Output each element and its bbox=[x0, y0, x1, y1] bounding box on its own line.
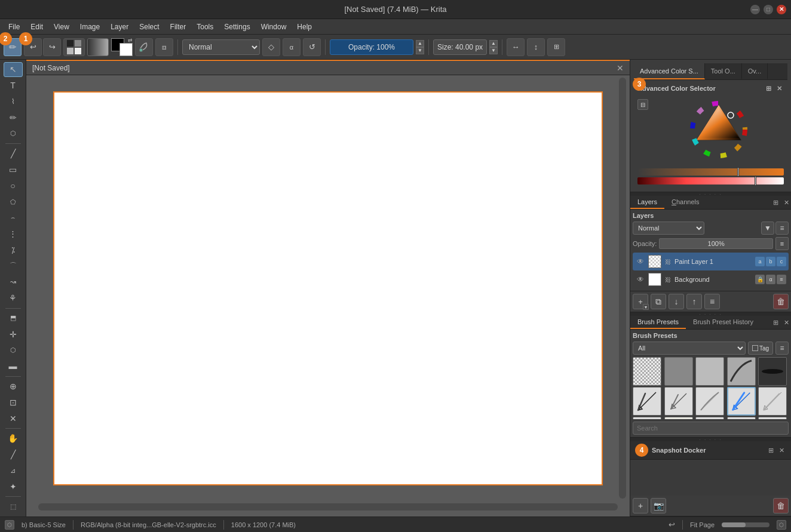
brush-filter-select[interactable]: All Favorites Ink bbox=[633, 342, 746, 355]
menu-image[interactable]: Image bbox=[75, 21, 105, 32]
menu-select[interactable]: Select bbox=[134, 21, 164, 32]
menu-layer[interactable]: Layer bbox=[106, 21, 133, 32]
channel-selector-btn[interactable]: ⊟ bbox=[637, 99, 648, 110]
tab-brush-preset-history[interactable]: Brush Preset History bbox=[686, 316, 761, 329]
tab-channels[interactable]: Channels bbox=[664, 196, 707, 209]
background-color[interactable] bbox=[119, 43, 133, 56]
brush-item[interactable] bbox=[727, 387, 756, 416]
toolbar-preserve-alpha[interactable]: α bbox=[283, 38, 301, 56]
brush-item[interactable] bbox=[758, 387, 787, 416]
layer-add-btn[interactable]: + ▼ bbox=[633, 294, 648, 309]
menu-settings[interactable]: Settings bbox=[219, 21, 255, 32]
opacity-options[interactable]: ≡ bbox=[775, 237, 789, 250]
snapshot-panel-close[interactable]: ✕ bbox=[777, 445, 786, 455]
snapshot-camera-btn[interactable]: 📷 bbox=[651, 498, 666, 513]
tool-polygon[interactable]: ⬠ bbox=[4, 195, 23, 210]
brush-item[interactable] bbox=[695, 357, 724, 386]
undo-icon[interactable]: ↩ bbox=[669, 520, 675, 529]
brush-panel-close[interactable]: ✕ bbox=[781, 318, 791, 327]
opacity-spinner[interactable]: ▲ ▼ bbox=[416, 40, 424, 54]
snapshot-add-btn[interactable]: + bbox=[633, 498, 648, 513]
opacity-up[interactable]: ▲ bbox=[416, 40, 424, 47]
brush-item[interactable] bbox=[633, 417, 661, 419]
snapshot-delete-btn[interactable]: 🗑 bbox=[773, 498, 789, 513]
layers-panel-close[interactable]: ✕ bbox=[781, 198, 791, 207]
tool-freehand-brush[interactable]: ✏ bbox=[4, 110, 23, 125]
tool-multibrush[interactable]: ⚘ bbox=[4, 291, 23, 306]
layer-chain-2[interactable]: ⛓ bbox=[664, 275, 672, 284]
menu-tools[interactable]: Tools bbox=[192, 21, 218, 32]
toolbar-redo[interactable]: ↪ bbox=[43, 38, 61, 56]
tool-rect[interactable]: ▭ bbox=[4, 162, 23, 177]
layers-blend-select[interactable]: Normal bbox=[633, 222, 704, 235]
tool-select[interactable]: ↖ bbox=[4, 62, 23, 77]
tool-frame[interactable]: ▬ bbox=[4, 359, 23, 374]
toolbar-wrap-around[interactable]: ⧈ bbox=[155, 38, 173, 56]
statusbar-fit[interactable]: Fit Page bbox=[690, 521, 715, 528]
brush-list-view-btn[interactable]: ≡ bbox=[775, 342, 789, 355]
swap-colors-icon[interactable]: ⇄ bbox=[128, 37, 133, 43]
brush-item[interactable] bbox=[664, 387, 693, 416]
brush-item[interactable] bbox=[695, 417, 724, 419]
layer-chain-1[interactable]: ⛓ bbox=[664, 257, 672, 266]
tool-fill[interactable]: ⊡ bbox=[4, 395, 23, 410]
color-panel-expand[interactable]: ⊞ bbox=[764, 84, 773, 93]
close-button[interactable]: ✕ bbox=[777, 5, 786, 14]
color-wheel[interactable] bbox=[653, 97, 784, 162]
tool-ellipse[interactable]: ○ bbox=[4, 179, 23, 193]
layer-action-2c[interactable]: ≡ bbox=[777, 275, 786, 284]
gradient-bar-sat[interactable] bbox=[637, 177, 784, 184]
size-up[interactable]: ▲ bbox=[489, 40, 498, 47]
brush-panel-expand[interactable]: ⊞ bbox=[771, 318, 780, 327]
tool-smart-patch[interactable]: ⬡ bbox=[4, 126, 23, 141]
menu-window[interactable]: Window bbox=[256, 21, 292, 32]
menu-filter[interactable]: Filter bbox=[165, 21, 191, 32]
tab-tool-options[interactable]: Tool O... bbox=[705, 63, 742, 79]
layer-copy-btn[interactable]: ⧉ bbox=[651, 294, 666, 309]
tool-colorpicker[interactable]: ⊕ bbox=[4, 379, 23, 394]
gradient-bar-sat-handle[interactable] bbox=[755, 176, 756, 186]
layers-panel-expand[interactable]: ⊞ bbox=[771, 198, 780, 207]
menu-file[interactable]: File bbox=[4, 21, 24, 32]
opacity-slider[interactable]: Opacity: 100% bbox=[330, 39, 413, 55]
color-panel-close[interactable]: ✕ bbox=[774, 84, 784, 93]
canvas-indicator[interactable]: ⬡ bbox=[777, 520, 786, 530]
tab-advanced-color[interactable]: Advanced Color S... bbox=[634, 63, 705, 79]
tool-line[interactable]: ╱ bbox=[4, 146, 23, 161]
toolbar-gradient[interactable] bbox=[87, 38, 109, 56]
tool-transform[interactable]: ✛ bbox=[4, 327, 23, 342]
size-spinner[interactable]: ▲ ▼ bbox=[489, 40, 498, 54]
tool-pan[interactable]: ✋ bbox=[4, 431, 23, 446]
tool-dynamic-brush[interactable]: ↝ bbox=[4, 275, 23, 290]
canvas[interactable] bbox=[53, 91, 603, 485]
tool-text[interactable]: T bbox=[4, 78, 23, 93]
scrollbar-horizontal[interactable] bbox=[38, 503, 618, 511]
blend-mode-select[interactable]: Normal Multiply Screen Overlay bbox=[182, 39, 260, 55]
opacity-down[interactable]: ▼ bbox=[416, 47, 424, 54]
minimize-button[interactable]: — bbox=[750, 5, 760, 14]
toolbar-reset[interactable]: ↺ bbox=[303, 38, 321, 56]
tool-ref-img[interactable]: ⊿ bbox=[4, 463, 23, 478]
brush-item[interactable] bbox=[758, 417, 787, 419]
brush-item[interactable] bbox=[664, 417, 693, 419]
brush-item[interactable] bbox=[664, 357, 693, 386]
brush-item[interactable] bbox=[758, 357, 787, 386]
toolbar-extra[interactable]: ⊞ bbox=[547, 38, 565, 56]
layer-move-up-btn[interactable]: ↑ bbox=[686, 294, 702, 309]
brush-item[interactable] bbox=[695, 387, 724, 416]
tool-smart-select[interactable]: ⬚ bbox=[4, 499, 23, 514]
tool-wrap[interactable]: ⬡ bbox=[4, 343, 23, 358]
maximize-button[interactable]: □ bbox=[764, 5, 773, 14]
layer-lock[interactable]: 🔒 bbox=[755, 275, 765, 284]
canvas-tab-close[interactable]: ✕ bbox=[617, 63, 624, 73]
tool-measure[interactable]: ╱ bbox=[4, 447, 23, 462]
gradient-bar-hue[interactable] bbox=[637, 168, 784, 176]
layer-visibility-1[interactable]: 👁 bbox=[635, 256, 646, 267]
tool-freehand-select[interactable]: ⁒ bbox=[4, 242, 23, 257]
layer-action-b[interactable]: b bbox=[766, 257, 775, 266]
layer-row[interactable]: 👁 ⛓ Paint Layer 1 a b c bbox=[633, 253, 789, 270]
brush-search-input[interactable] bbox=[633, 422, 789, 435]
brush-item[interactable] bbox=[633, 357, 661, 386]
toolbar-color-pair[interactable]: ⇄ bbox=[111, 38, 133, 56]
snapshot-panel-expand[interactable]: ⊞ bbox=[766, 445, 775, 455]
